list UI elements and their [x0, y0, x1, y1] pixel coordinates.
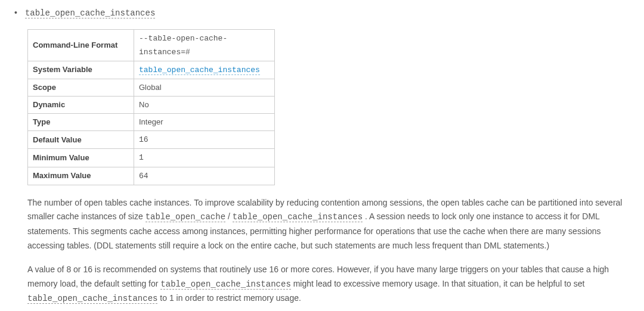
row-value: table_open_cache_instances: [134, 61, 275, 79]
variable-info-table: Command-Line Format --table-open-cache-i…: [27, 29, 275, 185]
system-variable-link[interactable]: table_open_cache_instances: [139, 66, 260, 75]
row-value: 1: [134, 149, 275, 167]
row-label: Default Value: [28, 131, 134, 149]
row-value: --table-open-cache-instances=#: [134, 29, 275, 61]
desc-text: might lead to excessive memory usage. In…: [291, 279, 585, 288]
table-row: System Variable table_open_cache_instanc…: [28, 61, 275, 79]
table-open-cache-instances-link[interactable]: table_open_cache_instances: [160, 279, 290, 290]
table-row: Maximum Value 64: [28, 167, 275, 185]
table-row: Dynamic No: [28, 97, 275, 114]
table-row: Minimum Value 1: [28, 149, 275, 167]
row-label: Command-Line Format: [28, 29, 134, 61]
row-label: Type: [28, 114, 134, 131]
row-label: System Variable: [28, 61, 134, 79]
row-value: No: [134, 97, 275, 114]
variable-list-item: table_open_cache_instances Command-Line …: [23, 6, 633, 306]
desc-text: to 1 in order to restrict memory usage.: [157, 293, 301, 303]
default-value: 16: [139, 135, 148, 144]
description-paragraph: A value of 8 or 16 is recommended on sys…: [27, 263, 628, 306]
desc-text: /: [225, 212, 233, 221]
maximum-value: 64: [139, 172, 148, 181]
row-label: Minimum Value: [28, 149, 134, 167]
row-label: Scope: [28, 79, 134, 97]
minimum-value: 1: [139, 153, 144, 162]
variable-list: table_open_cache_instances Command-Line …: [11, 6, 633, 306]
row-value: Global: [134, 79, 275, 97]
row-value: Integer: [134, 114, 275, 131]
cmdline-format-value: --table-open-cache-instances=#: [139, 34, 227, 57]
description-paragraph: The number of open tables cache instance…: [27, 196, 628, 253]
table-row: Command-Line Format --table-open-cache-i…: [28, 29, 275, 61]
table-row: Scope Global: [28, 79, 275, 97]
row-value: 64: [134, 167, 275, 185]
table-open-cache-link[interactable]: table_open_cache: [145, 212, 225, 222]
table-row: Type Integer: [28, 114, 275, 131]
table-open-cache-instances-link[interactable]: table_open_cache_instances: [233, 212, 363, 222]
row-value: 16: [134, 131, 275, 149]
row-label: Dynamic: [28, 97, 134, 114]
variable-name-link[interactable]: table_open_cache_instances: [25, 8, 155, 18]
table-open-cache-instances-link[interactable]: table_open_cache_instances: [27, 294, 157, 304]
row-label: Maximum Value: [28, 167, 134, 185]
variable-description: The number of open tables cache instance…: [27, 196, 628, 307]
table-row: Default Value 16: [28, 131, 275, 149]
